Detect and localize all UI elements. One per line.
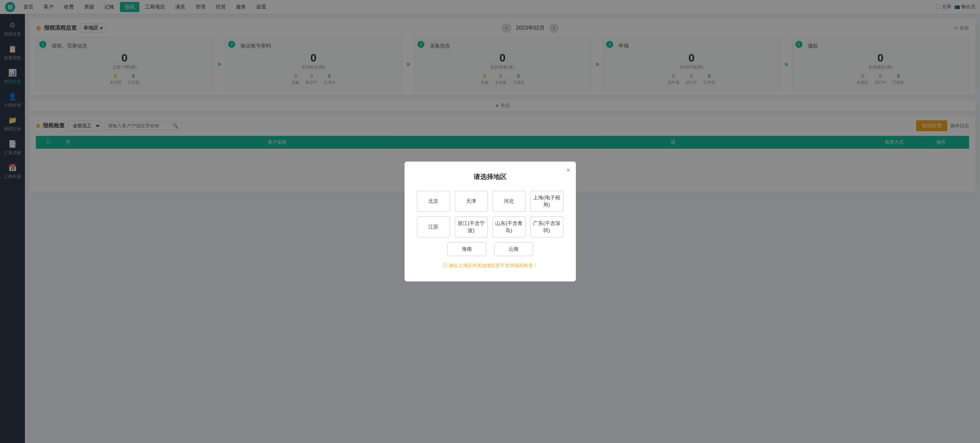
region-btn-yunnan[interactable]: 云南: [494, 242, 533, 256]
modal-title: 请选择地区: [417, 172, 563, 181]
warning-icon: ⓘ: [443, 262, 447, 269]
region-grid-row2: 江苏 浙江(不含宁波) 山东(不含青岛) 广东(不含深圳): [417, 216, 563, 237]
region-btn-beijing[interactable]: 北京: [417, 191, 450, 212]
region-btn-hainan[interactable]: 海南: [447, 242, 486, 256]
region-grid-row1: 北京 天津 河北 上海(电子税局): [417, 191, 563, 212]
region-grid-row3: 海南 云南: [417, 242, 563, 256]
region-btn-tianjin[interactable]: 天津: [455, 191, 488, 212]
modal-close-btn[interactable]: ×: [566, 166, 570, 174]
region-btn-hebei[interactable]: 河北: [493, 191, 526, 212]
region-btn-guangdong[interactable]: 广东(不含深圳): [530, 216, 563, 237]
region-modal: × 请选择地区 北京 天津 河北 上海(电子税局) 江苏 浙江(不含宁波) 山东…: [405, 162, 576, 281]
modal-warning: ⓘ 除以上地区外其他地区暂不支持报税检查！: [417, 262, 563, 269]
modal-overlay[interactable]: × 请选择地区 北京 天津 河北 上海(电子税局) 江苏 浙江(不含宁波) 山东…: [0, 0, 980, 443]
region-btn-zhejiang[interactable]: 浙江(不含宁波): [455, 216, 488, 237]
region-btn-shandong[interactable]: 山东(不含青岛): [493, 216, 526, 237]
region-btn-shanghai[interactable]: 上海(电子税局): [530, 191, 563, 212]
region-btn-jiangsu[interactable]: 江苏: [417, 216, 450, 237]
